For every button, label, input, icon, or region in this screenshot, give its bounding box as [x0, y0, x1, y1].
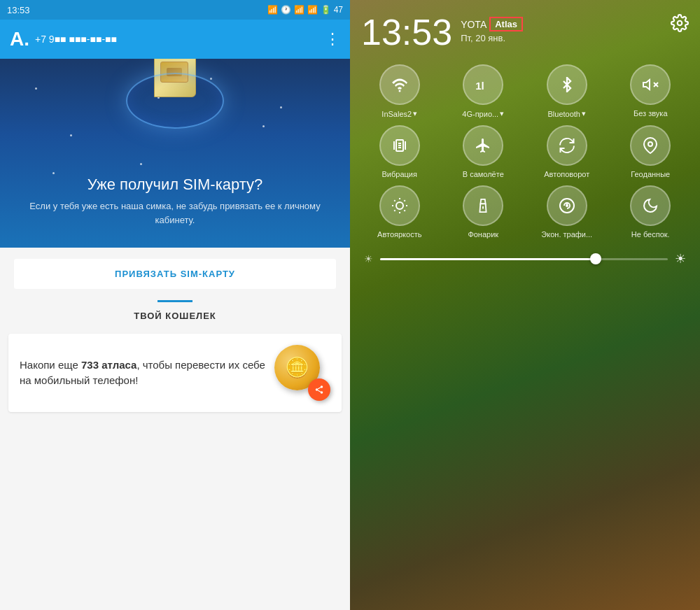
svg-line-4: [318, 388, 321, 389]
geo-icon-circle: [630, 125, 671, 166]
rotate-icon-circle: [547, 125, 587, 166]
brightness-slider[interactable]: [380, 258, 668, 260]
toggle-vibrate[interactable]: Вибрация: [361, 125, 438, 178]
status-time-left: 13:53: [7, 5, 267, 15]
status-icons-left: 📶 🕐 📶 📶 🔋 47: [267, 5, 343, 15]
brightness-thumb[interactable]: [590, 253, 601, 264]
wallet-divider: [158, 300, 192, 302]
svg-marker-8: [643, 80, 650, 90]
autobrightness-icon-circle: [379, 185, 420, 226]
svg-line-3: [318, 390, 321, 392]
svg-line-20: [404, 210, 405, 211]
sim-oval: [126, 73, 224, 129]
share-fab-button[interactable]: [308, 378, 330, 401]
bind-sim-button[interactable]: ПРИВЯЗАТЬ SIM-КАРТУ: [14, 259, 336, 289]
svg-line-19: [394, 200, 395, 201]
wallet-card-text: Накопи еще 733 атласа, чтобы перевести и…: [20, 357, 274, 389]
notif-date: Пт, 20 янв.: [461, 33, 523, 43]
clock-icon: 🕐: [281, 5, 291, 15]
toggle-flashlight[interactable]: Фонарик: [445, 185, 522, 239]
carrier-info: YOTA Atlas: [461, 17, 523, 31]
left-panel: 13:53 📶 🕐 📶 📶 🔋 47 А. +7 9■■ ■■■-■■-■■ ⋮: [0, 0, 350, 610]
status-bar-left: 13:53 📶 🕐 📶 📶 🔋 47: [0, 0, 350, 20]
autobrightness-label: Автояркость: [377, 230, 421, 239]
wallet-text-before: Накопи еще: [20, 359, 81, 371]
toggle-4g[interactable]: 1l 4G-прио... ▾: [445, 64, 522, 118]
dnd-icon-circle: [630, 185, 671, 226]
settings-icon[interactable]: [671, 14, 689, 36]
datasaver-icon-circle: [547, 185, 587, 226]
toggle-geo[interactable]: Геоданные: [612, 125, 690, 178]
app-phone: +7 9■■ ■■■-■■-■■: [35, 34, 319, 45]
app-logo: А.: [10, 28, 29, 50]
brightness-row: ☀ ☀: [361, 251, 689, 267]
hero-subtitle: Если у тебя уже есть наша симка, не забу…: [0, 199, 350, 227]
wallet-title: ТВОЙ КОШЕЛЕК: [0, 311, 350, 321]
svg-point-5: [678, 21, 682, 26]
wallet-amount: 733 атласа: [81, 359, 136, 371]
flashlight-icon-circle: [463, 185, 503, 226]
vibrate-icon-circle: [379, 125, 420, 166]
notif-info: YOTA Atlas Пт, 20 янв.: [461, 17, 523, 43]
toggle-airplane[interactable]: В самолёте: [445, 125, 522, 178]
4g-icon-circle: 1l: [463, 64, 503, 105]
datasaver-label: Экон. трафи...: [541, 230, 592, 239]
app-toolbar: А. +7 9■■ ■■■-■■-■■ ⋮: [0, 20, 350, 59]
toggle-dnd[interactable]: Не беспок.: [612, 185, 690, 239]
airplane-icon-circle: [463, 125, 503, 166]
notif-time: 13:53: [361, 14, 452, 50]
battery-icon: 🔋: [321, 5, 331, 15]
wallet-section: ТВОЙ КОШЕЛЕК: [0, 289, 350, 327]
svg-point-15: [648, 142, 652, 146]
svg-point-0: [321, 385, 323, 388]
svg-line-24: [404, 200, 405, 201]
wifi-label: InSales2 ▾: [382, 109, 417, 118]
hero-section: Уже получил SIM-карту? Если у тебя уже е…: [0, 59, 350, 248]
coin-icon-container: 🪙: [274, 345, 330, 401]
toggle-rotate[interactable]: Автоповорот: [528, 125, 606, 178]
bluetooth-label: Bluetooth ▾: [548, 109, 586, 118]
svg-point-2: [321, 391, 323, 394]
menu-button[interactable]: ⋮: [325, 30, 340, 48]
toggle-autobrightness[interactable]: Автояркость: [361, 185, 438, 239]
airplane-label: В самолёте: [463, 170, 504, 178]
mute-icon-circle: [630, 64, 671, 105]
sim-card-visual: [126, 73, 224, 129]
right-panel: 13:53 YOTA Atlas Пт, 20 янв.: [350, 0, 700, 610]
toggle-row-1: InSales2 ▾ 1l 4G-прио... ▾ Blueto: [361, 64, 689, 118]
svg-text:1l: 1l: [475, 80, 484, 92]
brightness-min-icon: ☀: [364, 253, 373, 264]
notification-header: 13:53 YOTA Atlas Пт, 20 янв.: [361, 14, 689, 50]
toggle-wifi[interactable]: InSales2 ▾: [361, 64, 438, 118]
hero-title: Уже получил SIM-карту?: [88, 176, 263, 194]
dnd-label: Не беспок.: [631, 230, 670, 239]
svg-point-16: [396, 202, 403, 209]
brightness-max-icon: ☀: [675, 251, 686, 267]
svg-point-1: [316, 388, 318, 391]
rotate-label: Автоповорот: [544, 170, 589, 178]
4g-label: 4G-прио... ▾: [462, 109, 504, 118]
vibrate-label: Вибрация: [382, 170, 417, 178]
toggle-row-3: Автояркость Фонарик Экон.: [361, 185, 689, 239]
signal-icon: 📶: [267, 5, 278, 15]
toggle-row-2: Вибрация В самолёте Автоповорот: [361, 125, 689, 178]
bluetooth-icon-circle: [547, 64, 587, 105]
geo-label: Геоданные: [631, 170, 670, 178]
svg-point-6: [398, 90, 400, 92]
wifi-icon-circle: [379, 64, 420, 105]
battery-pct: 47: [334, 5, 343, 15]
signal2-icon: 📶: [307, 5, 318, 15]
network-badge: Atlas: [489, 17, 523, 31]
svg-line-23: [394, 210, 395, 211]
toggle-bluetooth[interactable]: Bluetooth ▾: [528, 64, 606, 118]
mute-label: Без звука: [634, 109, 668, 118]
svg-point-27: [566, 205, 568, 206]
wallet-card: Накопи еще 733 атласа, чтобы перевести и…: [8, 334, 342, 412]
brightness-fill: [380, 258, 596, 260]
flashlight-label: Фонарик: [468, 230, 498, 239]
toggle-mute[interactable]: Без звука: [612, 64, 690, 118]
carrier-name: YOTA: [461, 19, 486, 30]
wifi-status-icon: 📶: [294, 5, 304, 15]
toggle-datasaver[interactable]: Экон. трафи...: [528, 185, 606, 239]
